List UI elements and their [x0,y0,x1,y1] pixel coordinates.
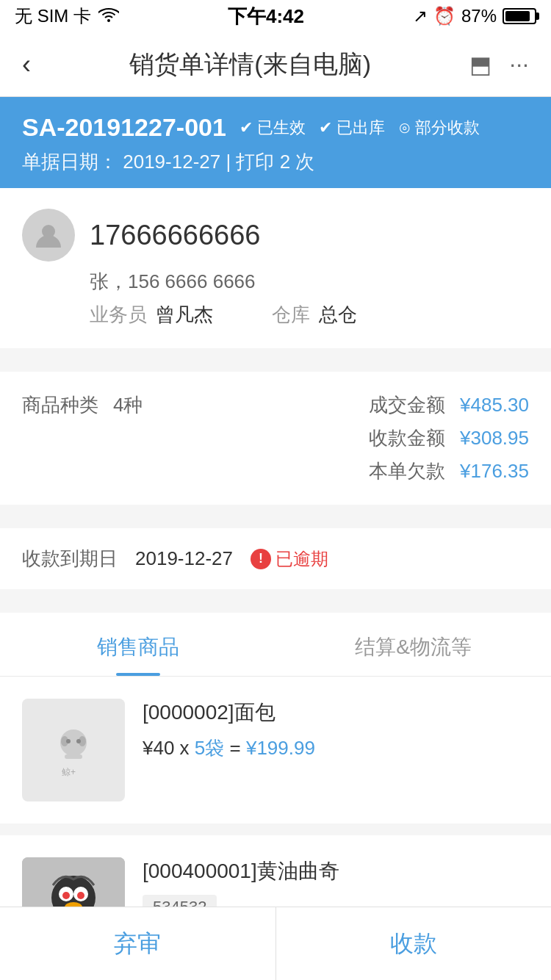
doc-date-value: 2019-12-27 [123,151,220,173]
svg-text:鲸+: 鲸+ [62,767,76,777]
product-thumb-1: 鲸+ [22,699,125,801]
customer-top: 17666666666 [22,209,529,262]
sales-value: 曾凡杰 [156,302,213,328]
collect-payment-button[interactable]: 收款 [276,907,552,980]
back-button[interactable]: ‹ [22,49,31,80]
tab-settlement-label: 结算&物流等 [355,635,472,658]
svg-point-4 [66,739,71,743]
share-button[interactable]: ⬒ [469,51,491,79]
owed-value: ¥176.35 [460,460,529,483]
received-label: 收款金额 [369,425,445,451]
battery-percent: 87% [461,6,497,26]
product-name-2: [000400001]黄油曲奇 [143,857,529,885]
svg-point-12 [62,892,70,899]
due-label: 收款到期日 [22,546,118,572]
owed-row: 本单欠款 ¥176.35 [369,458,529,484]
type-value: 4种 [113,392,143,418]
nav-actions: ⬒ ··· [469,51,529,79]
amount-row: 成交金额 ¥485.30 [369,392,529,418]
divider-1 [0,348,551,360]
divider-2 [0,505,551,516]
status-left: 无 SIM 卡 [15,4,119,28]
customer-name: 17666666666 [90,220,260,251]
sales-label: 业务员 [90,302,147,328]
svg-point-5 [76,739,81,743]
amount-label: 成交金额 [369,392,445,418]
overdue-text: 已逾期 [276,547,328,571]
doc-date-label: 单据日期： [22,151,118,173]
status-badge-1: ✔ 已生效 [240,117,306,139]
stats-row: 商品种类 4种 成交金额 ¥485.30 收款金额 ¥308.95 本单欠款 ¥… [22,392,529,484]
price-text-1: ¥40 x [143,737,195,759]
battery-icon [503,8,536,24]
print-info: | 打印 2 次 [226,151,314,173]
tab-settlement[interactable]: 结算&物流等 [276,613,551,676]
carrier-text: 无 SIM 卡 [15,4,91,28]
customer-section: 17666666666 张，156 6666 6666 业务员 曾凡杰 仓库 总… [0,188,551,348]
avatar [22,209,75,262]
due-section: 收款到期日 2019-12-27 ! 已逾期 [0,528,551,589]
nav-bar: ‹ 销货单详情(来自电脑) ⬒ ··· [0,32,551,97]
product-type-stat: 商品种类 4种 [22,392,143,418]
customer-meta: 业务员 曾凡杰 仓库 总仓 [90,302,529,328]
stats-right: 成交金额 ¥485.30 收款金额 ¥308.95 本单欠款 ¥176.35 [369,392,529,484]
wifi-icon [98,6,119,26]
product-info-1: [0000002]面包 ¥40 x 5袋 = ¥199.99 [143,699,529,761]
status-time: 下午4:42 [228,4,304,29]
warehouse-label: 仓库 [272,302,310,328]
svg-rect-6 [65,754,82,759]
stats-section: 商品种类 4种 成交金额 ¥485.30 收款金额 ¥308.95 本单欠款 ¥… [0,372,551,505]
equals-1: = [224,737,246,759]
status-badge-3: ⊙ 部分收款 [398,117,480,139]
bottom-bar: 弃审 收款 [0,907,551,980]
customer-info: 张，156 6666 6666 [90,269,529,295]
status-badge-2: ✔ 已出库 [319,117,385,139]
product-name-1: [0000002]面包 [143,699,529,727]
owed-label: 本单欠款 [369,458,445,484]
type-label: 商品种类 [22,392,98,418]
header-banner: SA-20191227-001 ✔ 已生效 ✔ 已出库 ⊙ 部分收款 单据日期：… [0,97,551,188]
divider-3 [0,589,551,601]
amount-value: ¥485.30 [460,394,529,417]
total-1: ¥199.99 [246,737,315,759]
alarm-icon: ⏰ [433,6,455,26]
list-item: 鲸+ [0000002]面包 ¥40 x 5袋 = ¥199.99 [0,677,551,824]
received-row: 收款金额 ¥308.95 [369,425,529,451]
page-title: 销货单详情(来自电脑) [129,48,371,82]
product-price-1: ¥40 x 5袋 = ¥199.99 [143,735,529,761]
stats-left: 商品种类 4种 [22,392,143,418]
thumb-placeholder-1: 鲸+ [22,699,125,801]
tab-sales-goods[interactable]: 销售商品 [0,613,276,676]
doc-date-row: 单据日期： 2019-12-27 | 打印 2 次 [22,149,529,175]
received-value: ¥308.95 [460,427,529,450]
tab-sales-label: 销售商品 [97,635,179,658]
overdue-badge: ! 已逾期 [251,547,328,571]
svg-point-13 [77,892,84,899]
more-button[interactable]: ··· [509,51,529,78]
status-bar: 无 SIM 卡 下午4:42 ↗ ⏰ 87% [0,0,551,32]
tabs-section: 销售商品 结算&物流等 [0,613,551,677]
qty-1: 5袋 [195,737,224,759]
status-right: ↗ ⏰ 87% [413,6,536,26]
due-date: 2019-12-27 [135,547,233,570]
cancel-audit-button[interactable]: 弃审 [0,907,276,980]
overdue-dot-icon: ! [251,549,271,569]
gps-icon: ↗ [413,6,428,26]
order-id-row: SA-20191227-001 ✔ 已生效 ✔ 已出库 ⊙ 部分收款 [22,113,529,142]
warehouse-value: 总仓 [319,302,357,328]
order-id-text: SA-20191227-001 [22,113,226,142]
